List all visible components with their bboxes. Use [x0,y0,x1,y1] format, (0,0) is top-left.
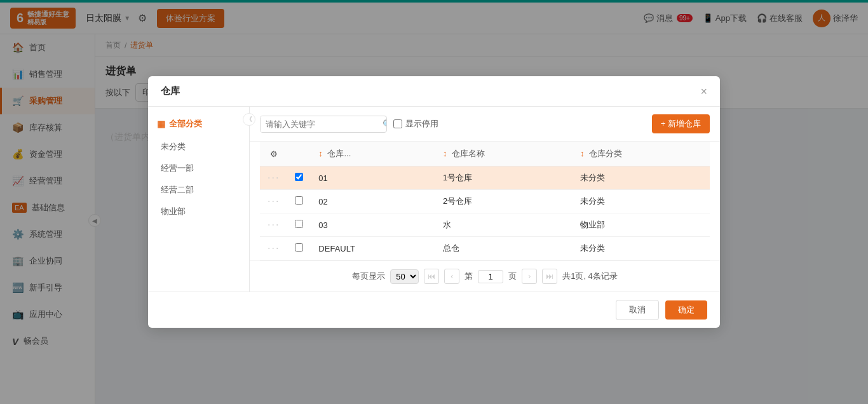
page-label: 第 [465,271,473,282]
row-check-cell [287,213,311,237]
modal-left-panel: ▦ 全部分类 未分类 经营一部 经营二部 物业部 《 [148,107,250,292]
per-page-label: 每页显示 [352,271,385,282]
search-box: 🔍 [260,116,387,133]
row-category-cell: 未分类 [573,237,710,260]
row-more-icon[interactable]: ··· [268,172,280,183]
modal-close-btn[interactable]: × [700,86,707,97]
warehouse-table-body: ··· 01 1号仓库 未分类 ··· 02 2号仓库 未分类 ··· [260,166,710,260]
confirm-btn[interactable]: 确定 [665,300,707,320]
category-all-label: 全部分类 [169,118,202,130]
show-disabled-toggle[interactable]: 显示停用 [393,118,438,130]
category-item-1[interactable]: 经营一部 [148,158,249,179]
row-name-cell: 水 [435,213,573,237]
search-btn[interactable]: 🔍 [377,116,387,132]
table-row[interactable]: ··· 01 1号仓库 未分类 [260,166,710,190]
modal-right-panel: 🔍 显示停用 + 新增仓库 ⚙ [250,107,720,292]
prev-page-btn[interactable]: ‹ [444,269,459,284]
col-gear-header: ⚙ [260,142,287,166]
row-checkbox[interactable] [295,196,303,205]
modal-toolbar: 🔍 显示停用 + 新增仓库 [250,107,720,142]
table-row[interactable]: ··· 02 2号仓库 未分类 [260,190,710,213]
page-suffix: 页 [508,271,517,282]
category-all-btn[interactable]: ▦ 全部分类 [148,114,249,136]
row-category-cell: 物业部 [573,213,710,237]
row-check-cell [287,166,311,190]
row-name-cell: 1号仓库 [435,166,573,190]
category-item-2[interactable]: 经营二部 [148,179,249,201]
first-page-btn[interactable]: ⏮ [424,269,439,284]
last-page-btn[interactable]: ⏭ [542,269,557,284]
col-code-header: ↕ 仓库... [311,142,435,166]
modal-footer: 取消 确定 [148,292,720,328]
table-row[interactable]: ··· 03 水 物业部 [260,213,710,237]
category-item-3[interactable]: 物业部 [148,201,249,222]
table-row[interactable]: ··· DEFAULT 总仓 未分类 [260,237,710,260]
row-index-cell: 03 [311,213,435,237]
modal-body: ▦ 全部分类 未分类 经营一部 经营二部 物业部 《 [148,107,720,292]
row-index-cell: DEFAULT [311,237,435,260]
category-item-0[interactable]: 未分类 [148,136,249,158]
col-category-header: ↕ 仓库分类 [573,142,710,166]
add-warehouse-btn[interactable]: + 新增仓库 [652,114,710,133]
warehouse-table: ⚙ ↕ 仓库... ↕ 仓库名称 [260,142,710,260]
row-index-cell: 01 [311,166,435,190]
show-disabled-checkbox[interactable] [393,119,402,128]
row-more-icon[interactable]: ··· [268,243,280,253]
row-checkbox[interactable] [295,220,303,228]
warehouse-modal: 仓库 × ▦ 全部分类 未分类 经营一部 经营二部 [148,76,720,328]
row-index-cell: 02 [311,190,435,213]
page-input[interactable] [478,270,503,283]
grid-icon: ▦ [157,119,165,129]
row-name-cell: 总仓 [435,237,573,260]
row-actions-cell: ··· [260,213,287,237]
row-actions-cell: ··· [260,237,287,260]
total-text: 共1页, 4条记录 [562,271,618,282]
row-actions-cell: ··· [260,190,287,213]
row-category-cell: 未分类 [573,166,710,190]
col-check-header [287,142,311,166]
next-page-btn[interactable]: › [522,269,537,284]
row-checkbox[interactable] [295,173,303,181]
modal-overlay[interactable]: 仓库 × ▦ 全部分类 未分类 经营一部 经营二部 [0,0,868,404]
left-panel-collapse-btn[interactable]: 《 [243,113,255,126]
row-check-cell [287,237,311,260]
row-actions-cell: ··· [260,166,287,190]
table-header: ⚙ ↕ 仓库... ↕ 仓库名称 [260,142,710,166]
row-check-cell [287,190,311,213]
row-name-cell: 2号仓库 [435,190,573,213]
sort-icon-name: ↕ [443,149,447,158]
modal-title: 仓库 [161,85,180,97]
sort-icon-cat: ↕ [580,149,585,158]
modal-header: 仓库 × [148,76,720,107]
row-more-icon[interactable]: ··· [268,196,280,206]
pagination: 每页显示 50 ⏮ ‹ 第 页 › ⏭ 共1页, 4条记录 [250,260,720,292]
row-category-cell: 未分类 [573,190,710,213]
cancel-btn[interactable]: 取消 [616,300,659,320]
col-name-header: ↕ 仓库名称 [435,142,573,166]
per-page-select[interactable]: 50 [390,269,419,284]
row-checkbox[interactable] [295,243,303,252]
sort-icon: ↕ [318,149,323,158]
row-more-icon[interactable]: ··· [268,219,280,230]
show-disabled-label: 显示停用 [405,118,438,130]
search-input[interactable] [261,116,377,132]
warehouse-table-wrap: ⚙ ↕ 仓库... ↕ 仓库名称 [250,142,720,260]
